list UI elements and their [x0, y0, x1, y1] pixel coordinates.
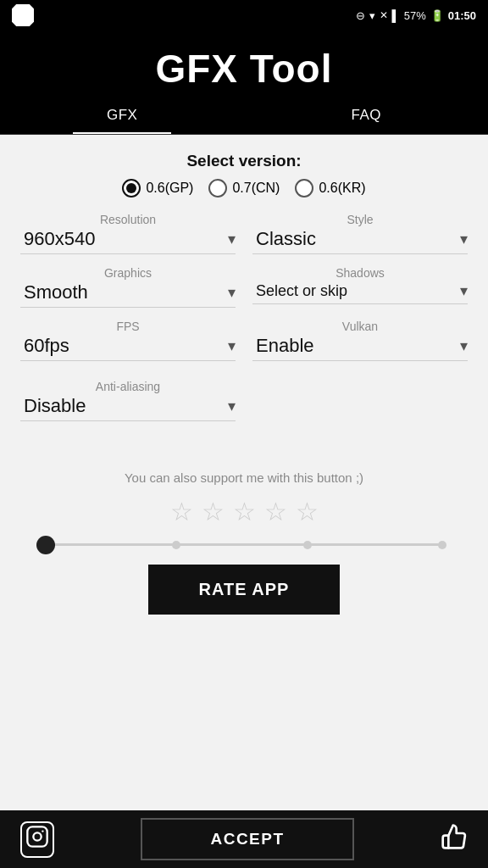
- version-label: Select version:: [20, 152, 468, 170]
- bottom-bar: ACCEPT: [0, 810, 488, 868]
- no-signal-icon: ✕: [380, 9, 388, 21]
- version-option-gp[interactable]: 0.6(GP): [122, 179, 193, 198]
- antialiasing-setting: Anti-aliasing Disable ▾: [20, 380, 236, 421]
- star-2[interactable]: ☆: [202, 497, 225, 526]
- svg-point-2: [42, 830, 43, 832]
- antialiasing-row: Anti-aliasing Disable ▾: [20, 380, 468, 433]
- battery-icon: 🔋: [430, 9, 444, 22]
- radio-gp[interactable]: [122, 179, 141, 198]
- resolution-dropdown[interactable]: 960x540 ▾: [20, 228, 236, 254]
- version-option-kr[interactable]: 0.6(KR): [295, 179, 365, 198]
- graphics-setting: Graphics Smooth ▾: [20, 266, 236, 308]
- settings-grid: Resolution 960x540 ▾ Style Classic ▾ Gra…: [20, 213, 468, 373]
- signal-icon: ▌: [392, 9, 400, 22]
- app-title: GFX Tool: [0, 46, 488, 92]
- graphics-arrow-icon: ▾: [228, 283, 236, 302]
- graphics-label: Graphics: [20, 266, 236, 280]
- slider-dot-2: [303, 541, 312, 549]
- fps-dropdown[interactable]: 60fps ▾: [20, 335, 236, 361]
- star-4[interactable]: ☆: [264, 497, 287, 526]
- status-right: ⊖ ▾ ✕ ▌ 57% 🔋 01:50: [356, 9, 477, 22]
- shadows-label: Shadows: [252, 266, 468, 280]
- resolution-arrow-icon: ▾: [228, 230, 236, 248]
- fps-arrow-icon: ▾: [228, 337, 236, 355]
- tab-gfx[interactable]: GFX: [73, 98, 171, 132]
- stars-row[interactable]: ☆ ☆ ☆ ☆ ☆: [20, 497, 468, 526]
- slider-container: [20, 543, 468, 546]
- vulkan-dropdown[interactable]: Enable ▾: [252, 335, 468, 361]
- style-arrow-icon: ▾: [460, 230, 468, 248]
- vulkan-arrow-icon: ▾: [460, 337, 468, 355]
- slider-dot-3: [438, 541, 446, 549]
- resolution-value: 960x540: [24, 228, 223, 250]
- resolution-label: Resolution: [20, 213, 236, 226]
- shadows-dropdown[interactable]: Select or skip ▾: [252, 281, 468, 304]
- slider-track[interactable]: [46, 543, 442, 546]
- version-option-cn[interactable]: 0.7(CN): [208, 179, 280, 198]
- style-setting: Style Classic ▾: [252, 213, 468, 254]
- clock: 01:50: [448, 9, 476, 22]
- fps-value: 60fps: [24, 335, 223, 357]
- radio-cn[interactable]: [208, 179, 227, 198]
- main-content: Select version: 0.6(GP) 0.7(CN) 0.6(KR) …: [0, 135, 488, 810]
- svg-rect-0: [27, 826, 47, 846]
- style-label: Style: [252, 213, 468, 226]
- dnd-icon: ⊖: [356, 9, 365, 22]
- app-icon: [12, 4, 34, 26]
- antialiasing-value: Disable: [24, 395, 223, 417]
- radio-kr[interactable]: [295, 179, 313, 198]
- svg-point-1: [33, 832, 41, 840]
- rate-app-button[interactable]: RATE APP: [148, 565, 341, 615]
- tab-faq[interactable]: FAQ: [317, 98, 415, 132]
- wifi-icon: ▾: [369, 9, 375, 22]
- instagram-icon[interactable]: [20, 821, 54, 858]
- battery-text: 57%: [404, 9, 426, 22]
- style-value: Classic: [256, 228, 455, 250]
- slider-dot-1: [172, 541, 180, 549]
- thumbs-up-icon[interactable]: [441, 823, 468, 856]
- version-radios: 0.6(GP) 0.7(CN) 0.6(KR): [20, 179, 468, 198]
- star-3[interactable]: ☆: [233, 497, 256, 526]
- tabs: GFX FAQ: [0, 98, 488, 135]
- slider-thumb[interactable]: [36, 536, 55, 554]
- shadows-setting: Shadows Select or skip ▾: [252, 266, 468, 308]
- star-1[interactable]: ☆: [170, 497, 193, 526]
- vulkan-value: Enable: [256, 335, 455, 357]
- status-bar: ⊖ ▾ ✕ ▌ 57% 🔋 01:50: [0, 0, 488, 31]
- resolution-setting: Resolution 960x540 ▾: [20, 213, 236, 254]
- antialiasing-dropdown[interactable]: Disable ▾: [20, 395, 236, 421]
- graphics-value: Smooth: [24, 281, 223, 303]
- antialiasing-label: Anti-aliasing: [20, 380, 236, 393]
- support-section: You can also support me with this button…: [20, 470, 468, 615]
- accept-button[interactable]: ACCEPT: [141, 818, 353, 860]
- version-section: Select version: 0.6(GP) 0.7(CN) 0.6(KR): [20, 152, 468, 198]
- graphics-dropdown[interactable]: Smooth ▾: [20, 281, 236, 308]
- shadows-value: Select or skip: [256, 282, 455, 300]
- vulkan-label: Vulkan: [252, 320, 468, 333]
- fps-setting: FPS 60fps ▾: [20, 320, 236, 361]
- style-dropdown[interactable]: Classic ▾: [252, 228, 468, 254]
- antialiasing-arrow-icon: ▾: [228, 397, 236, 415]
- header: GFX Tool: [0, 31, 488, 98]
- star-5[interactable]: ☆: [296, 497, 319, 526]
- status-left: [12, 4, 34, 26]
- vulkan-setting: Vulkan Enable ▾: [252, 320, 468, 361]
- fps-label: FPS: [20, 320, 236, 333]
- shadows-arrow-icon: ▾: [460, 281, 468, 300]
- support-text: You can also support me with this button…: [20, 470, 468, 485]
